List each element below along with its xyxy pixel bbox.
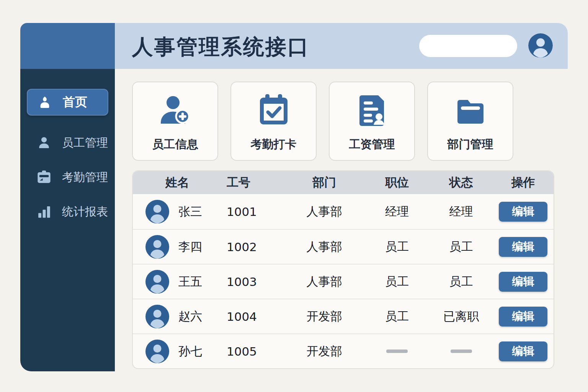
user-avatar-icon[interactable] bbox=[528, 33, 553, 58]
employee-avatar bbox=[145, 340, 169, 363]
employee-position: 员工 bbox=[364, 239, 430, 255]
empty-status-dash bbox=[451, 350, 472, 353]
sidebar-item-label: 统计报表 bbox=[62, 204, 108, 220]
employee-name: 王五 bbox=[178, 274, 202, 290]
card-label: 考勤打卡 bbox=[251, 137, 297, 152]
employee-department: 人事部 bbox=[284, 274, 364, 290]
folder-icon bbox=[452, 92, 489, 129]
sidebar-logo-block bbox=[20, 23, 115, 69]
edit-button[interactable]: 编辑 bbox=[499, 237, 547, 257]
feature-cards: 员工信息 考勤打卡 工资管理 部门管理 bbox=[132, 82, 513, 161]
employee-name: 孙七 bbox=[178, 343, 202, 359]
employee-name: 张三 bbox=[178, 204, 202, 220]
employee-department: 人事部 bbox=[284, 204, 364, 220]
table-row: 张三 1001 人事部 经理 经理 编辑 bbox=[133, 194, 554, 229]
sidebar-item-employees[interactable]: 员工管理 bbox=[27, 132, 109, 154]
page-title: 人事管理系统接口 bbox=[132, 33, 310, 61]
employee-id: 1003 bbox=[217, 275, 284, 289]
employee-status: 已离职 bbox=[430, 309, 493, 325]
edit-button[interactable]: 编辑 bbox=[499, 307, 547, 327]
user-plus-icon bbox=[157, 92, 194, 129]
sidebar-item-label: 员工管理 bbox=[62, 135, 108, 151]
employee-status: 员工 bbox=[430, 274, 493, 290]
employee-id: 1002 bbox=[217, 240, 284, 254]
employee-avatar bbox=[145, 270, 169, 294]
employee-department: 开发部 bbox=[284, 309, 364, 325]
employee-avatar bbox=[145, 200, 169, 224]
card-department-management[interactable]: 部门管理 bbox=[427, 82, 513, 161]
employee-department: 开发部 bbox=[284, 343, 364, 359]
header: 人事管理系统接口 bbox=[115, 23, 568, 69]
payroll-document-icon bbox=[354, 92, 390, 129]
sidebar-item-label: 首页 bbox=[63, 94, 87, 111]
card-employee-info[interactable]: 员工信息 bbox=[132, 82, 218, 161]
person-icon bbox=[37, 94, 53, 110]
employee-id: 1005 bbox=[217, 345, 284, 358]
edit-button[interactable]: 编辑 bbox=[499, 272, 547, 292]
card-label: 部门管理 bbox=[448, 137, 493, 152]
card-salary-management[interactable]: 工资管理 bbox=[329, 82, 415, 161]
employee-position: 员工 bbox=[364, 274, 430, 290]
card-label: 工资管理 bbox=[349, 137, 395, 152]
sidebar-item-label: 考勤管理 bbox=[62, 170, 108, 185]
table-row: 王五 1003 人事部 员工 员工 编辑 bbox=[133, 264, 554, 299]
employee-status: 员工 bbox=[430, 239, 493, 255]
column-header-name: 姓名 bbox=[133, 175, 217, 191]
search-input[interactable] bbox=[419, 35, 517, 57]
table-row: 孙七 1005 开发部 编辑 bbox=[133, 333, 554, 368]
column-header-id: 工号 bbox=[217, 175, 284, 191]
table-row: 李四 1002 人事部 员工 员工 编辑 bbox=[133, 229, 554, 264]
employee-name: 赵六 bbox=[178, 309, 202, 325]
table-header-row: 姓名 工号 部门 职位 状态 操作 bbox=[133, 171, 554, 194]
sidebar-item-reports[interactable]: 统计报表 bbox=[27, 201, 109, 222]
sidebar-item-home[interactable]: 首页 bbox=[27, 89, 108, 116]
edit-button[interactable]: 编辑 bbox=[499, 341, 547, 361]
sidebar-item-attendance[interactable]: 考勤管理 bbox=[27, 167, 109, 188]
column-header-position: 职位 bbox=[364, 175, 430, 191]
column-header-department: 部门 bbox=[284, 175, 364, 191]
edit-button[interactable]: 编辑 bbox=[499, 202, 547, 222]
employee-name: 李四 bbox=[178, 239, 202, 255]
id-badge-icon bbox=[36, 169, 52, 185]
card-label: 员工信息 bbox=[152, 137, 198, 152]
employee-status: 经理 bbox=[430, 204, 493, 220]
sidebar: 首页 员工管理 考勤管理 统计报表 bbox=[20, 23, 115, 371]
bar-chart-icon bbox=[36, 204, 52, 220]
column-header-action: 操作 bbox=[493, 175, 554, 191]
employee-position: 员工 bbox=[364, 309, 430, 325]
person-icon bbox=[36, 135, 52, 151]
column-header-status: 状态 bbox=[430, 175, 493, 191]
empty-position-dash bbox=[386, 350, 408, 353]
employee-id: 1004 bbox=[217, 310, 284, 323]
employee-id: 1001 bbox=[217, 205, 284, 219]
employee-table: 姓名 工号 部门 职位 状态 操作 张三 1001 人事部 经理 经理 编辑 bbox=[132, 170, 554, 369]
employee-avatar bbox=[145, 305, 169, 328]
employee-department: 人事部 bbox=[284, 239, 364, 255]
employee-avatar bbox=[145, 235, 169, 259]
card-attendance-checkin[interactable]: 考勤打卡 bbox=[230, 82, 317, 161]
employee-position: 经理 bbox=[364, 204, 430, 220]
table-row: 赵六 1004 开发部 员工 已离职 编辑 bbox=[133, 299, 554, 333]
calendar-check-icon bbox=[255, 92, 292, 129]
